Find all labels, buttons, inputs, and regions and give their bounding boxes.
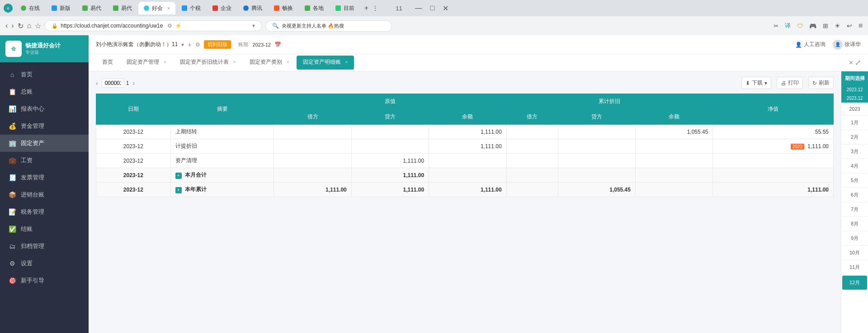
calendar-icon[interactable]: 📅 <box>274 42 281 48</box>
tab-tengxun[interactable]: 腾讯 <box>238 2 268 14</box>
sidebar-item-payroll[interactable]: 💼 工资 <box>0 152 89 169</box>
sidebar-item-fixed-assets[interactable]: 🏢 固定资产 <box>0 135 89 152</box>
sidebar-item-invoice[interactable]: 🧾 发票管理 <box>0 169 89 186</box>
forward-button[interactable]: › <box>11 22 14 30</box>
sidebar-item-closing[interactable]: ✅ 结账 <box>0 220 89 238</box>
undo-icon[interactable]: ↩ <box>847 22 852 29</box>
page-tab-close-icon[interactable]: × <box>287 60 289 65</box>
tab-expand-icon[interactable]: ⤢ <box>855 58 861 67</box>
add-tab-button[interactable]: + <box>364 4 368 12</box>
site-info-icon[interactable]: ⚙ <box>167 23 172 29</box>
bookmark-button[interactable]: ☆ <box>35 22 41 30</box>
tab-haohui[interactable]: 好会 × <box>138 2 175 14</box>
settings-company-icon[interactable]: ⚙ <box>195 42 200 48</box>
page-tab-home[interactable]: 首页 <box>96 56 119 70</box>
page-tab-depreciation-stats[interactable]: 固定资产折旧统计表 × <box>174 56 242 70</box>
window-maximize-icon[interactable]: □ <box>430 4 435 12</box>
sidebar-item-archive[interactable]: 🗂 归档管理 <box>0 238 89 255</box>
period-item-year[interactable]: 2023 <box>841 103 868 116</box>
address-bar[interactable]: 🔒 https://cloud.chanjet.com/accounting/u… <box>45 20 262 31</box>
menu-icon[interactable]: ≡ <box>859 22 863 30</box>
sidebar-item-ledger[interactable]: 📋 总账 <box>0 83 89 100</box>
tab-geshui[interactable]: 个税 <box>176 2 206 14</box>
tab-muqian[interactable]: 目前 <box>330 2 360 14</box>
sidebar-item-home[interactable]: ⌂ 首页 <box>0 66 89 83</box>
page-tab-close-icon[interactable]: × <box>164 60 166 65</box>
tab-close-icon[interactable]: × <box>167 6 170 11</box>
page-tab-assets-detail[interactable]: 固定资产明细账 × <box>297 56 354 70</box>
next-page-button[interactable]: › <box>132 80 135 87</box>
dropdown-chevron-icon[interactable]: ▾ <box>252 23 255 29</box>
period-item-nov[interactable]: 11月 <box>841 260 868 275</box>
ledger-icon: 📋 <box>8 88 16 95</box>
customer-service-button[interactable]: 👤 人工咨询 <box>795 41 826 48</box>
sidebar-item-guide[interactable]: 🎯 新手引导 <box>0 272 89 289</box>
tab-gedi[interactable]: 各地 <box>299 2 329 14</box>
sidebar-item-label: 首页 <box>21 70 33 79</box>
period-item-mar[interactable]: 3月 <box>841 145 868 159</box>
translate-icon[interactable]: 译 <box>785 22 791 30</box>
home-button[interactable]: ⌂ <box>27 22 32 30</box>
sidebar-item-settings[interactable]: ⚙ 设置 <box>0 255 89 272</box>
user-avatar-button[interactable]: 👤 徐译华 <box>833 40 861 50</box>
page-tab-close-icon[interactable]: × <box>345 60 348 65</box>
sidebar-item-label: 固定资产 <box>21 139 44 147</box>
add-company-icon[interactable]: + <box>188 41 191 48</box>
extension-icon2[interactable]: 🎮 <box>809 23 816 29</box>
prev-page-button[interactable]: ‹ <box>96 80 98 87</box>
row-orig-debit <box>274 139 351 154</box>
sidebar-item-funds[interactable]: 💰 资金管理 <box>0 117 89 135</box>
period-item-sep[interactable]: 9月 <box>841 231 868 246</box>
reload-button[interactable]: ↻ <box>18 22 24 30</box>
search-bar[interactable]: 🔍 央视更新主持人名单 🔥热搜 <box>265 20 392 32</box>
tab-menu-icon[interactable]: ⋮ <box>372 5 378 12</box>
brightness-icon[interactable]: ☀ <box>835 22 840 29</box>
extension-icon1[interactable]: 🛡 <box>797 23 803 29</box>
period-item-feb[interactable]: 2月 <box>841 130 868 145</box>
tab-online[interactable]: 在线 <box>15 2 45 14</box>
page-tab-close-icon[interactable]: × <box>233 60 236 65</box>
period-item-apr[interactable]: 4月 <box>841 159 868 174</box>
tab-new[interactable]: 新版 <box>46 2 76 14</box>
period-item-jan[interactable]: 1月 <box>841 116 868 130</box>
period-item-jul[interactable]: 7月 <box>841 202 868 217</box>
col-net-value-header: 净值 <box>713 94 834 125</box>
page-tab-label: 固定资产类别 <box>250 58 282 66</box>
row-accum-credit <box>558 139 635 154</box>
print-button[interactable]: 🖨 打印 <box>777 77 803 89</box>
tab-chang[interactable]: 畅换 <box>269 2 298 14</box>
period-item-dec[interactable]: 12月 <box>842 276 867 290</box>
period-item-aug[interactable]: 8月 <box>841 217 868 231</box>
row-net-value: 2023 1,111.00 <box>713 139 834 154</box>
window-close-icon[interactable]: ✕ <box>443 4 448 13</box>
row-accum-credit: 1,055.45 <box>558 183 635 197</box>
row-summary: 资产清理 <box>170 154 274 168</box>
tab-yidai2[interactable]: 易代 <box>108 2 137 14</box>
window-minimize-icon[interactable]: — <box>415 4 422 12</box>
row-net-value: 55.55 <box>713 125 834 139</box>
download-button[interactable]: ⬇ 下载 ▾ <box>741 77 771 89</box>
page-code-input[interactable] <box>102 79 124 88</box>
page-tab-assets-category[interactable]: 固定资产类别 × <box>243 56 296 70</box>
period-item-jun[interactable]: 6月 <box>841 188 868 202</box>
table-row: 2023-12 计提折旧 1,111.00 2023 <box>96 139 834 154</box>
back-button[interactable]: ‹ <box>5 22 8 30</box>
sidebar-item-reports[interactable]: 📊 报表中心 <box>0 100 89 117</box>
tab-icon <box>21 5 26 11</box>
tab-qiye[interactable]: 企业 <box>207 2 237 14</box>
main-content: 刘小艳演示账套（勿删勿动！）11 ▾ + ⚙ 切到旧版 账期 2023-12 📅… <box>89 35 868 333</box>
row-accum-debit <box>506 139 558 154</box>
tab-yidai1[interactable]: 易代 <box>77 2 107 14</box>
dropdown-icon[interactable]: ▾ <box>181 42 184 48</box>
apps-icon[interactable]: ⊞ <box>823 22 828 29</box>
tab-bar: e 在线 新版 易代 易代 好会 × 个税 企业 <box>0 0 868 16</box>
refresh-button[interactable]: ↻ 刷新 <box>808 77 834 89</box>
period-item-may[interactable]: 5月 <box>841 174 868 188</box>
sidebar-item-purchasesales[interactable]: 📦 进销台账 <box>0 186 89 203</box>
switch-version-button[interactable]: 切到旧版 <box>204 40 231 49</box>
cut-icon[interactable]: ✂ <box>774 23 778 29</box>
page-tab-fixed-assets-mgmt[interactable]: 固定资产管理 × <box>120 56 173 70</box>
sidebar-item-tax[interactable]: 📝 税务管理 <box>0 203 89 220</box>
tab-collapse-icon[interactable]: × <box>849 59 853 67</box>
period-item-oct[interactable]: 10月 <box>841 246 868 260</box>
